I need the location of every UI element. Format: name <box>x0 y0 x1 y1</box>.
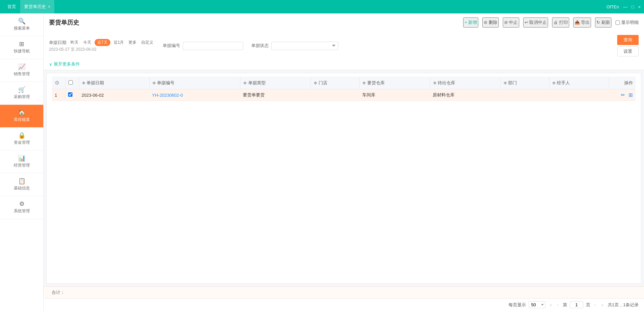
col-pending-warehouse-label: ≑ 待出仓库 <box>433 80 455 85</box>
sidebar-item-finance-label: 资金管理 <box>14 140 30 145</box>
current-page-suffix: 页 <box>586 302 590 308</box>
expand-more-btn[interactable]: ∨ 展开更多条件 <box>49 58 639 70</box>
page-title-row: 要货单历史 + 新增 ⊘ 删除 ⊘ 中止 ↩ 取消中止 🖨 打印 📤 导出 ↻ … <box>49 17 639 28</box>
row-doc-type: 要货单要货 <box>240 89 311 101</box>
show-detail-checkbox[interactable]: 显示明细 <box>615 19 639 26</box>
per-page-select[interactable]: 50 20 100 200 <box>529 301 545 308</box>
brand-label: OfTEn <box>606 4 619 9</box>
nav-icon: ⊞ <box>19 41 24 47</box>
sidebar-item-purchase-label: 采购管理 <box>14 94 30 100</box>
col-doc-number-label: ≑ 单据编号 <box>152 80 175 85</box>
date-shortcut-more[interactable]: 更多 <box>127 39 138 46</box>
first-page-btn[interactable]: « <box>548 302 553 308</box>
maximize-btn[interactable]: □ <box>632 4 634 9</box>
minimize-btn[interactable]: — <box>623 4 628 9</box>
filter-doc-number-group: 单据编号 <box>163 42 243 50</box>
refresh-button[interactable]: ↻ 刷新 <box>595 17 611 28</box>
current-page-prefix: 第 <box>563 302 567 308</box>
doc-number-input[interactable] <box>183 42 243 50</box>
sidebar-item-system[interactable]: ⚙ 系统管理 <box>0 196 43 219</box>
action-buttons: 查询 设置 <box>617 35 639 56</box>
date-shortcuts: 昨天 今天 近7天 近1月 更多 自定义 <box>69 39 155 46</box>
show-detail-input[interactable] <box>615 20 620 25</box>
export-button[interactable]: 📤 导出 <box>573 17 591 28</box>
prev-page-btn[interactable]: ‹ <box>556 302 560 308</box>
table-body: 1 2023-06-02 YH-20230602-0 要货单要货 车间库 原材料… <box>52 89 636 101</box>
row-doc-number[interactable]: YH-20230602-0 <box>149 89 240 101</box>
top-bar: 首页 要货单历史 × OfTEn — □ × <box>0 0 644 13</box>
current-page-input[interactable] <box>570 301 583 308</box>
table-header: ⚙ ≑ 单据日期 ≑ 单据编号 ≑ 单据类型 <box>52 77 636 89</box>
col-settings: ⚙ <box>52 77 65 89</box>
print-button[interactable]: 🖨 打印 <box>552 17 569 28</box>
status-select[interactable] <box>271 42 338 50</box>
gear-icon[interactable]: ⚙ <box>55 80 59 86</box>
settings-button[interactable]: 设置 <box>617 46 639 56</box>
table-area: ⚙ ≑ 单据日期 ≑ 单据编号 ≑ 单据类型 <box>46 73 641 284</box>
edit-icon[interactable]: ✏ <box>621 92 625 98</box>
col-department-label: ≑ 部门 <box>503 80 517 85</box>
date-shortcut-last1month[interactable]: 近1月 <box>112 39 125 46</box>
base-icon: 📋 <box>18 178 25 184</box>
row-action: ✏ ⊞ <box>609 89 636 101</box>
stop-button[interactable]: ⊘ 中止 <box>503 17 519 28</box>
main-layout: 🔍 搜索菜单 ⊞ 快捷导航 📈 销售管理 🛒 采购管理 🏠 库存核算 🔒 资金管… <box>0 13 644 311</box>
col-doc-date: ≑ 单据日期 <box>79 77 149 89</box>
date-filter-label: 单据日期 <box>49 40 66 46</box>
col-handler-label: ≑ 经手人 <box>552 80 570 85</box>
topbar-close-btn[interactable]: × <box>638 4 641 9</box>
sidebar-item-finance[interactable]: 🔒 资金管理 <box>0 128 43 150</box>
sales-icon: 📈 <box>18 64 25 70</box>
col-doc-number: ≑ 单据编号 <box>149 77 240 89</box>
last-page-btn[interactable]: » <box>600 302 605 308</box>
sidebar-item-quick-nav[interactable]: ⊞ 快捷导航 <box>0 36 43 59</box>
date-shortcut-custom[interactable]: 自定义 <box>140 39 155 46</box>
search-icon: 🔍 <box>18 18 25 24</box>
sidebar-item-search[interactable]: 🔍 搜索菜单 <box>0 13 43 36</box>
col-action: 操作 <box>609 77 636 89</box>
cancel-stop-button[interactable]: ↩ 取消中止 <box>523 17 548 28</box>
sidebar-item-operate[interactable]: 📊 经营管理 <box>0 150 43 173</box>
tab-close-icon[interactable]: × <box>48 4 50 9</box>
new-button[interactable]: + 新增 <box>463 17 478 28</box>
col-pending-warehouse: ≑ 待出仓库 <box>430 77 500 89</box>
stock-icon: 🏠 <box>18 109 25 116</box>
filter-date-row: 单据日期 昨天 今天 近7天 近1月 更多 自定义 <box>49 39 155 46</box>
next-page-btn[interactable]: › <box>593 302 597 308</box>
query-button[interactable]: 查询 <box>617 35 639 45</box>
col-checkbox <box>65 77 79 89</box>
col-req-warehouse: ≑ 要货仓库 <box>360 77 430 89</box>
row-department <box>500 89 549 101</box>
col-doc-date-label: ≑ 单据日期 <box>82 80 104 85</box>
sidebar-item-system-label: 系统管理 <box>14 208 30 214</box>
pagination-bar: 每页显示 50 20 100 200 « ‹ 第 页 › » 共1页，1条记录 <box>44 298 644 311</box>
sidebar-item-base[interactable]: 📋 基础信息 <box>0 173 43 196</box>
data-table: ⚙ ≑ 单据日期 ≑ 单据编号 ≑ 单据类型 <box>52 77 636 101</box>
tab-home[interactable]: 首页 <box>3 0 20 13</box>
date-shortcut-today[interactable]: 今天 <box>82 39 93 46</box>
date-shortcut-yesterday[interactable]: 昨天 <box>69 39 80 46</box>
page-title: 要货单历史 <box>49 18 79 27</box>
sidebar-item-sales[interactable]: 📈 销售管理 <box>0 59 43 82</box>
col-department: ≑ 部门 <box>500 77 549 89</box>
tab-requisition-label: 要货单历史 <box>24 4 46 10</box>
select-all-checkbox[interactable] <box>68 80 73 85</box>
row-index: 1 <box>52 89 65 101</box>
sidebar-item-purchase[interactable]: 🛒 采购管理 <box>0 82 43 105</box>
row-select-checkbox[interactable] <box>68 92 72 97</box>
sidebar-item-stock[interactable]: 🏠 库存核算 <box>0 105 43 128</box>
doc-number-label: 单据编号 <box>163 43 180 49</box>
delete-button[interactable]: ⊘ 删除 <box>482 17 499 28</box>
row-checkbox <box>65 89 79 101</box>
row-store <box>311 89 360 101</box>
operate-icon: 📊 <box>18 155 25 161</box>
row-handler <box>549 89 609 101</box>
col-handler: ≑ 经手人 <box>549 77 609 89</box>
sidebar-item-search-label: 搜索菜单 <box>14 26 30 31</box>
tab-requisition-history[interactable]: 要货单历史 × <box>20 0 54 13</box>
per-page-label: 每页显示 <box>508 302 526 308</box>
finance-icon: 🔒 <box>18 132 25 138</box>
show-detail-label: 显示明细 <box>621 19 639 26</box>
detail-icon[interactable]: ⊞ <box>629 92 633 98</box>
date-shortcut-last7[interactable]: 近7天 <box>95 39 110 46</box>
